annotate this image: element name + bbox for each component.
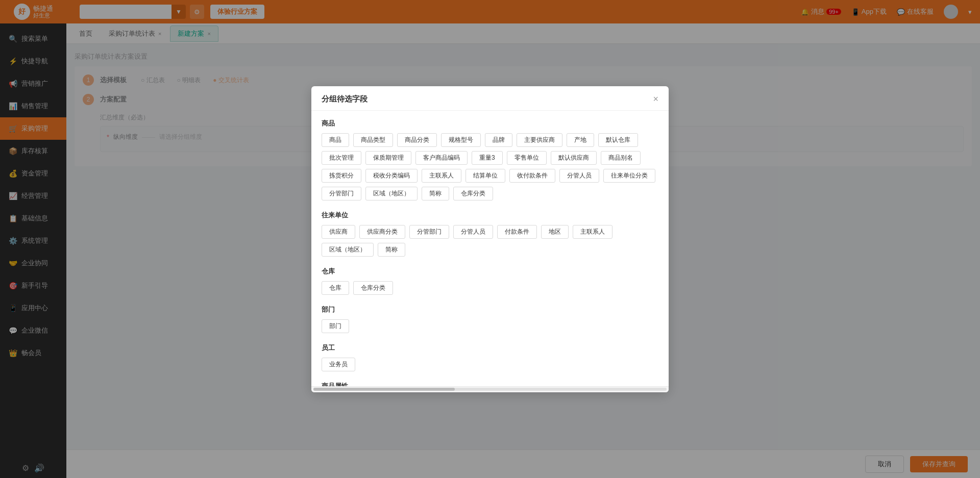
field-tag[interactable]: 区域（地区） [365,187,418,200]
dialog-body[interactable]: 商品商品商品类型商品分类规格型号品牌主要供应商产地默认仓库批次管理保质期管理客户… [311,111,669,386]
section-title-counterpart: 往来单位 [322,211,658,220]
field-tag[interactable]: 付款条件 [497,225,537,239]
field-tag[interactable]: 商品别名 [601,151,641,165]
field-tag[interactable]: 分管人员 [559,169,599,183]
field-tag[interactable]: 简称 [422,187,449,200]
section-title-warehouse: 仓库 [322,267,658,276]
field-tag[interactable]: 零售单位 [507,151,547,165]
fields-grid-product: 商品商品类型商品分类规格型号品牌主要供应商产地默认仓库批次管理保质期管理客户商品… [322,133,658,200]
field-tag[interactable]: 规格型号 [441,133,481,147]
fields-grid-employee: 业务员 [322,358,658,371]
hscroll-track [313,388,667,391]
section-title-employee: 员工 [322,343,658,353]
field-tag[interactable]: 重量3 [472,151,503,165]
field-tag[interactable]: 分管部门 [409,225,449,239]
dialog-close-button[interactable]: × [653,94,658,104]
section-warehouse: 仓库仓库仓库分类 [322,267,658,295]
field-tag[interactable]: 供应商分类 [359,225,405,239]
dialog-overlay: 分组待选字段 × 商品商品商品类型商品分类规格型号品牌主要供应商产地默认仓库批次… [0,0,980,478]
dialog-hscroll[interactable] [311,386,669,392]
section-department: 部门部门 [322,305,658,333]
field-tag[interactable]: 仓库 [322,281,349,295]
section-product: 商品商品商品类型商品分类规格型号品牌主要供应商产地默认仓库批次管理保质期管理客户… [322,119,658,200]
section-counterpart: 往来单位供应商供应商分类分管部门分管人员付款条件地区主联系人区域（地区）简称 [322,211,658,257]
fields-grid-counterpart: 供应商供应商分类分管部门分管人员付款条件地区主联系人区域（地区）简称 [322,225,658,257]
field-tag[interactable]: 产地 [567,133,594,147]
field-tag[interactable]: 业务员 [322,358,355,371]
field-tag[interactable]: 商品分类 [397,133,437,147]
section-title-product: 商品 [322,119,658,128]
fields-grid-department: 部门 [322,319,658,333]
hscroll-thumb [313,388,455,391]
field-tag[interactable]: 仓库分类 [453,187,493,200]
field-tag[interactable]: 供应商 [322,225,355,239]
field-tag[interactable]: 默认供应商 [551,151,597,165]
field-tag[interactable]: 税收分类编码 [365,169,418,183]
field-tag[interactable]: 结算单位 [465,169,505,183]
field-tag[interactable]: 区域（地区） [322,243,374,257]
field-tag[interactable]: 分管部门 [322,187,361,200]
field-tag[interactable]: 商品类型 [353,133,393,147]
field-tag[interactable]: 地区 [541,225,569,239]
field-tag[interactable]: 客户商品编码 [415,151,468,165]
section-title-department: 部门 [322,305,658,314]
section-product-attr: 商品属性属性颜色多规格尺码鞋码1 [322,382,658,386]
field-tag[interactable]: 主要供应商 [517,133,562,147]
section-employee: 员工业务员 [322,343,658,371]
field-tag[interactable]: 简称 [378,243,405,257]
field-tag[interactable]: 主联系人 [422,169,461,183]
field-tag[interactable]: 商品 [322,133,349,147]
field-tag[interactable]: 分管人员 [453,225,493,239]
field-tag[interactable]: 主联系人 [573,225,612,239]
field-tag[interactable]: 品牌 [485,133,512,147]
field-tag[interactable]: 往来单位分类 [603,169,655,183]
dialog-header: 分组待选字段 × [311,86,669,111]
dialog: 分组待选字段 × 商品商品商品类型商品分类规格型号品牌主要供应商产地默认仓库批次… [311,86,669,392]
fields-grid-warehouse: 仓库仓库分类 [322,281,658,295]
section-title-product-attr: 商品属性 [322,382,658,386]
field-tag[interactable]: 部门 [322,319,349,333]
field-tag[interactable]: 保质期管理 [365,151,411,165]
field-tag[interactable]: 默认仓库 [598,133,638,147]
field-tag[interactable]: 批次管理 [322,151,361,165]
dialog-title: 分组待选字段 [322,94,368,104]
field-tag[interactable]: 收付款条件 [509,169,555,183]
field-tag[interactable]: 拣货积分 [322,169,361,183]
field-tag[interactable]: 仓库分类 [353,281,393,295]
